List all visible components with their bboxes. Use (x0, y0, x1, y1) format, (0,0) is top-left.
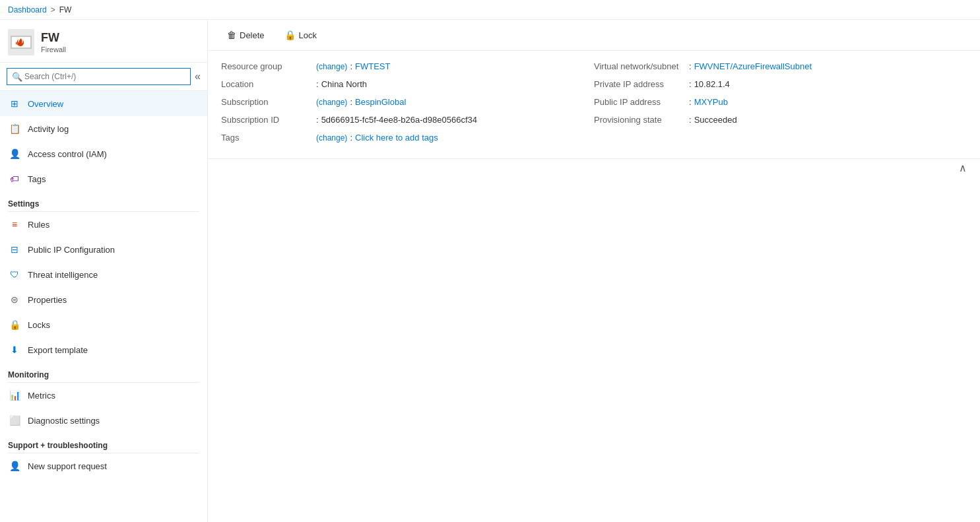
diagnostic-icon: ⬜ (8, 414, 21, 427)
activity-log-label: Activity log (28, 124, 69, 134)
overview-icon: ⊞ (8, 97, 21, 110)
resource-name: FW (41, 31, 66, 46)
detail-col-right: Virtual network/subnet : FWVNET/AzureFir… (594, 61, 967, 143)
detail-grid: Resource group (change) : FWTEST Locatio… (208, 51, 980, 153)
provisioning-row: Provisioning state : Succeeded (594, 115, 967, 125)
new-support-icon: 👤 (8, 459, 21, 473)
firewall-icon (8, 29, 34, 55)
main-layout: FW Firewall 🔍 « ⊞ Overview 📋 Activity lo… (0, 20, 980, 522)
resource-header: FW Firewall (0, 20, 207, 63)
sidebar-item-new-support[interactable]: 👤 New support request (0, 453, 207, 478)
resource-group-label: Resource group (221, 61, 313, 71)
sidebar-item-activity-log[interactable]: 📋 Activity log (0, 116, 207, 141)
rules-label: Rules (28, 220, 49, 230)
sidebar-item-public-ip[interactable]: ⊟ Public IP Configuration (0, 237, 207, 262)
subscription-label: Subscription (221, 97, 313, 107)
sidebar-item-threat[interactable]: 🛡 Threat intelligence (0, 262, 207, 287)
delete-icon: 🗑 (227, 30, 236, 40)
tags-label: Tags (28, 174, 46, 184)
access-control-icon: 👤 (8, 147, 21, 160)
search-icon: 🔍 (12, 72, 22, 82)
collapse-sidebar-button[interactable]: « (195, 71, 201, 82)
tags-icon: 🏷 (8, 172, 21, 185)
sidebar-item-properties[interactable]: ⊜ Properties (0, 287, 207, 312)
private-ip-label: Private IP address (594, 79, 686, 89)
breadcrumb-current: FW (59, 5, 72, 15)
export-label: Export template (28, 345, 88, 355)
sidebar-item-metrics[interactable]: 📊 Metrics (0, 383, 207, 408)
public-ip-row: Public IP address : MXYPub (594, 97, 967, 107)
provisioning-label: Provisioning state (594, 115, 686, 125)
public-ip-value[interactable]: MXYPub (694, 97, 728, 107)
subscription-id-row: Subscription ID : 5d666915-fc5f-4ee8-b26… (221, 115, 594, 125)
subscription-value[interactable]: BespinGlobal (355, 97, 406, 107)
location-value: China North (321, 79, 367, 89)
diagnostic-label: Diagnostic settings (28, 416, 100, 426)
tags-link[interactable]: Click here to add tags (355, 133, 438, 143)
threat-label: Threat intelligence (28, 270, 98, 280)
lock-label: Lock (299, 30, 317, 40)
properties-icon: ⊜ (8, 293, 21, 306)
provisioning-value: Succeeded (694, 115, 737, 125)
metrics-label: Metrics (28, 391, 55, 401)
sidebar-search-container: 🔍 « (0, 63, 207, 91)
sidebar-item-diagnostic[interactable]: ⬜ Diagnostic settings (0, 408, 207, 433)
tags-row: Tags (change) : Click here to add tags (221, 133, 594, 143)
private-ip-value: 10.82.1.4 (694, 79, 730, 89)
sidebar-item-locks[interactable]: 🔒 Locks (0, 312, 207, 337)
vnet-label: Virtual network/subnet (594, 61, 686, 71)
tags-label-detail: Tags (221, 133, 313, 143)
settings-section-label: Settings (0, 191, 207, 211)
collapse-details-row: ∧ (208, 158, 980, 177)
sidebar-item-overview[interactable]: ⊞ Overview (0, 91, 207, 116)
private-ip-row: Private IP address : 10.82.1.4 (594, 79, 967, 89)
metrics-icon: 📊 (8, 389, 21, 402)
rules-icon: ≡ (8, 218, 21, 231)
detail-col-left: Resource group (change) : FWTEST Locatio… (221, 61, 594, 143)
delete-label: Delete (240, 30, 265, 40)
top-bar: Dashboard > FW (0, 0, 980, 20)
export-icon: ⬇ (8, 343, 21, 356)
locks-icon: 🔒 (8, 318, 21, 331)
breadcrumb-dashboard[interactable]: Dashboard (8, 5, 47, 15)
new-support-label: New support request (28, 461, 107, 471)
content-area: 🗑 Delete 🔒 Lock Resource group (change) … (208, 20, 980, 522)
vnet-value[interactable]: FWVNET/AzureFirewallSubnet (694, 61, 812, 71)
lock-icon: 🔒 (284, 30, 296, 40)
sidebar-item-export[interactable]: ⬇ Export template (0, 337, 207, 362)
resource-group-value[interactable]: FWTEST (355, 61, 390, 71)
resource-title-group: FW Firewall (41, 31, 66, 53)
delete-button[interactable]: 🗑 Delete (218, 25, 273, 45)
collapse-details-button[interactable]: ∧ (959, 162, 967, 174)
resource-type: Firewall (41, 46, 66, 53)
location-label: Location (221, 79, 313, 89)
sidebar-item-tags[interactable]: 🏷 Tags (0, 166, 207, 191)
tags-change[interactable]: (change) (316, 133, 347, 143)
public-ip-label-detail: Public IP address (594, 97, 686, 107)
resource-group-change[interactable]: (change) (316, 62, 347, 71)
sidebar-item-rules[interactable]: ≡ Rules (0, 212, 207, 237)
toolbar: 🗑 Delete 🔒 Lock (208, 20, 980, 51)
lock-button[interactable]: 🔒 Lock (276, 25, 325, 45)
sidebar-item-access-control[interactable]: 👤 Access control (IAM) (0, 141, 207, 166)
sidebar: FW Firewall 🔍 « ⊞ Overview 📋 Activity lo… (0, 20, 208, 522)
public-ip-label: Public IP Configuration (28, 245, 115, 255)
location-row: Location : China North (221, 79, 594, 89)
resource-group-row: Resource group (change) : FWTEST (221, 61, 594, 71)
breadcrumb-separator: > (51, 5, 55, 15)
search-input[interactable] (7, 68, 191, 85)
overview-label: Overview (28, 99, 63, 109)
vnet-row: Virtual network/subnet : FWVNET/AzureFir… (594, 61, 967, 71)
subscription-id-label: Subscription ID (221, 115, 313, 125)
locks-label: Locks (28, 320, 50, 330)
public-ip-icon: ⊟ (8, 243, 21, 256)
access-control-label: Access control (IAM) (28, 149, 107, 159)
subscription-change[interactable]: (change) (316, 98, 347, 107)
threat-icon: 🛡 (8, 268, 21, 281)
monitoring-section-label: Monitoring (0, 362, 207, 382)
support-section-label: Support + troubleshooting (0, 433, 207, 453)
subscription-id-value: 5d666915-fc5f-4ee8-b26a-d98e0566cf34 (321, 115, 477, 125)
subscription-row: Subscription (change) : BespinGlobal (221, 97, 594, 107)
activity-log-icon: 📋 (8, 122, 21, 135)
properties-label: Properties (28, 295, 67, 305)
